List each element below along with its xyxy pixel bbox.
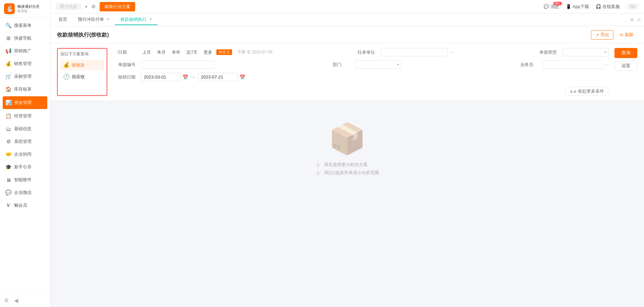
sidebar-item-guide[interactable]: 🎓 新手引导	[0, 161, 50, 173]
verify-date-start-cal[interactable]: 📅	[182, 74, 188, 80]
app-name: 畅捷通好生意	[17, 4, 40, 9]
weixin-icon: 💬	[5, 190, 11, 196]
app-logo-icon: 🐇	[4, 3, 15, 14]
date-last-month[interactable]: 上月	[140, 49, 153, 56]
counterparty-dots[interactable]: ···	[449, 49, 454, 55]
service-icon: 🎧	[596, 4, 601, 9]
sidebar-item-search-menu[interactable]: 🔍 搜索菜单	[0, 19, 50, 32]
date-this-year[interactable]: 本年	[170, 49, 182, 56]
export-icon: ↗	[595, 33, 599, 38]
date-7days[interactable]: 近7天	[184, 49, 200, 56]
empty-hint-2: 2 用[过滤]条件来缩小分析范围	[315, 170, 379, 176]
tab-home[interactable]: 首页	[53, 14, 72, 25]
search-menu-icon: 🔍	[5, 22, 11, 29]
page-title: 收款核销执行(按收款)	[57, 32, 109, 39]
query-type-by-receipt[interactable]: 💰 按收款	[60, 60, 104, 70]
tab-receipt-verify-close[interactable]: ✕	[149, 17, 152, 21]
quick-nav-icon: ⊞	[5, 35, 11, 41]
counterparty-input[interactable]	[380, 48, 447, 56]
sidebar-item-system[interactable]: ⚙ 系统管理	[0, 135, 50, 148]
collapse-more-btn[interactable]: ∧∧ 收起更多条件	[565, 87, 609, 96]
staff-input[interactable]	[542, 60, 603, 69]
sidebar-item-quick-nav[interactable]: ⊞ 快捷导航	[0, 32, 50, 45]
tab-bar: 首页 预付冲应付单 ✕ 收款核销执行 ✕ ✕ ⤢	[50, 13, 644, 26]
sidebar-item-operation[interactable]: 📋 经营管理	[0, 110, 50, 122]
filter-right: 日期 上月 本月 本年 近7天 更多 自定义 不限 至 2023-07-26 往…	[118, 48, 609, 96]
header-right: 💬 消息 99+ 📱 App下载 🎧 在线客服 Rit	[544, 3, 639, 10]
sidebar-item-smart-hw[interactable]: 🖥 智能硬件	[0, 173, 50, 186]
top-header: 用户信息 ▾ ⚙ 体验行业方案 💬 消息 99+ 📱 App下载 🎧 在线客服 …	[50, 0, 644, 13]
query-type-by-receivable[interactable]: 🕐 按应收	[60, 71, 104, 82]
industry-btn[interactable]: 体验行业方案	[100, 2, 135, 11]
doc-num-input[interactable]	[141, 60, 215, 69]
verify-date-end-group: 📅	[198, 73, 245, 81]
page-header: 收款核销执行(按收款) ↗ 导出 ↻ 刷新	[50, 26, 644, 43]
main-area: 用户信息 ▾ ⚙ 体验行业方案 💬 消息 99+ 📱 App下载 🎧 在线客服 …	[50, 0, 644, 307]
sidebar-collapse-icon[interactable]: ◀	[14, 297, 18, 304]
receipt-icon: 💰	[63, 62, 70, 68]
header-dropdown-icon[interactable]: ▾	[85, 4, 87, 9]
sidebar-item-capital[interactable]: 📊 资金管理	[3, 96, 47, 109]
date-custom-badge[interactable]: 自定义	[216, 49, 232, 55]
tab-close-all-icon[interactable]: ✕	[630, 17, 634, 23]
collapse-up-icon: ∧∧	[570, 89, 577, 94]
verify-date-start[interactable]	[141, 73, 181, 81]
filter-row-1: 日期 上月 本月 本年 近7天 更多 自定义 不限 至 2023-07-26 往…	[118, 48, 609, 56]
header-gear-icon[interactable]: ⚙	[91, 4, 96, 10]
header-app-download[interactable]: 📱 App下载	[566, 4, 589, 10]
dept-select[interactable]	[355, 60, 402, 69]
query-button[interactable]: 查询	[614, 48, 637, 58]
sidebar-bottom: ⚙ ◀	[0, 294, 50, 307]
verify-date-end[interactable]	[198, 73, 238, 81]
sidebar-item-enterprise[interactable]: 🤝 企业协同	[0, 148, 50, 161]
basic-info-icon: 🗂	[5, 126, 11, 132]
staff-dots[interactable]: ···	[605, 62, 609, 68]
verify-date-end-cal[interactable]: 📅	[239, 74, 245, 80]
date-more[interactable]: 更多	[202, 49, 214, 56]
sidebar-item-member[interactable]: V 畅会员	[0, 199, 50, 212]
panel-collapse-btn[interactable]: 《	[114, 49, 118, 55]
doc-num-label: 单据编号	[118, 62, 136, 68]
staff-label: 业务员	[520, 62, 537, 68]
action-col: 查询 设置	[614, 48, 637, 96]
sidebar-item-marketing[interactable]: 📢 营销推广	[0, 45, 50, 57]
sidebar-item-sales[interactable]: 💰 销售管理	[0, 57, 50, 70]
date-range-dash: —	[191, 74, 195, 80]
enterprise-icon: 🤝	[5, 151, 11, 157]
filter-area: 按以下方案查询 💰 按收款 🕐 按应收 《 日期	[50, 43, 644, 101]
export-button[interactable]: ↗ 导出	[591, 30, 613, 40]
sidebar-item-basic-info[interactable]: 🗂 基础信息	[0, 122, 50, 135]
counterparty-input-group: ···	[380, 48, 454, 56]
sidebar: 🐇 畅捷通好生意 标准版 🔍 搜索菜单 ⊞ 快捷导航 📢 营销推广 💰 销售管理…	[0, 0, 50, 307]
sidebar-item-purchase[interactable]: 🛒 采购管理	[0, 70, 50, 83]
tab-expand-icon[interactable]: ⤢	[637, 17, 641, 23]
marketing-icon: 📢	[5, 48, 11, 54]
system-icon: ⚙	[5, 139, 11, 145]
page-content: 收款核销执行(按收款) ↗ 导出 ↻ 刷新 按以下方案查询 💰 按收款	[50, 26, 644, 307]
sidebar-settings-icon[interactable]: ⚙	[4, 297, 9, 304]
sidebar-item-weixin[interactable]: 💬 企业微信	[0, 186, 50, 199]
refresh-button[interactable]: ↻ 刷新	[616, 30, 637, 40]
empty-illustration: 📦	[328, 121, 366, 156]
dept-select-group: ▾	[355, 60, 402, 69]
date-hint: 不限 至 2023-07-26	[237, 49, 272, 55]
tab-prepay[interactable]: 预付冲应付单 ✕	[72, 14, 115, 25]
date-label: 日期	[118, 49, 135, 55]
page-header-actions: ↗ 导出 ↻ 刷新	[591, 30, 637, 40]
date-this-month[interactable]: 本月	[155, 49, 168, 56]
header-msg[interactable]: 💬 消息 99+	[544, 4, 559, 10]
doc-type-select[interactable]	[562, 48, 609, 56]
operation-icon: 📋	[5, 113, 11, 119]
settings-button[interactable]: 设置	[614, 61, 637, 71]
member-icon: V	[5, 203, 11, 208]
sidebar-item-inventory[interactable]: 🏠 库存核算	[0, 83, 50, 96]
receivable-icon: 🕐	[63, 73, 70, 80]
refresh-icon: ↻	[620, 33, 624, 38]
tab-prepay-close[interactable]: ✕	[107, 17, 110, 21]
header-online-service[interactable]: 🎧 在线客服	[596, 4, 620, 10]
empty-hint-1: 1 请先选择要分析的方案	[315, 162, 368, 168]
sidebar-logo: 🐇 畅捷通好生意 标准版	[0, 0, 50, 18]
tab-receipt-verify[interactable]: 收款核销执行 ✕	[115, 14, 158, 25]
purchase-icon: 🛒	[5, 73, 11, 80]
header-user-display: Rit	[627, 3, 639, 10]
